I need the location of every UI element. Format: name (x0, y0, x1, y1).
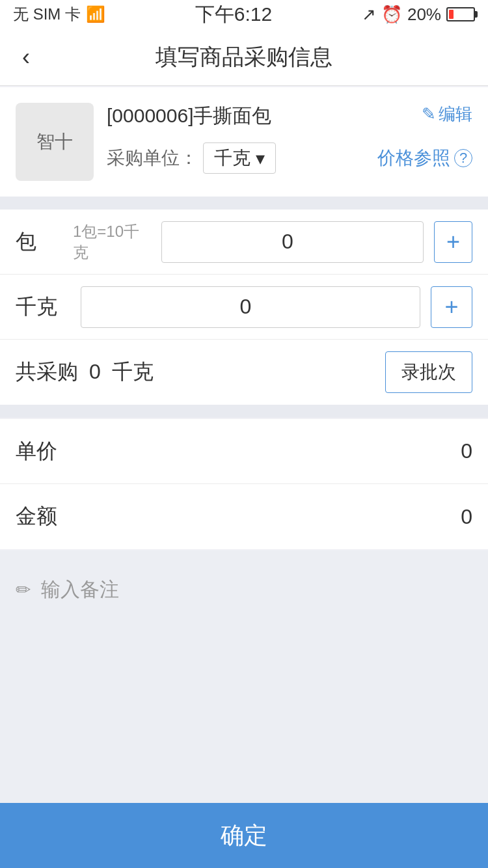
amount-value: 0 (461, 505, 472, 529)
amount-label: 金额 (16, 502, 57, 531)
kg-input-row: 千克 + (0, 275, 488, 340)
unit-price-value: 0 (461, 439, 472, 463)
wifi-icon: 📶 (86, 5, 105, 23)
price-reference-button[interactable]: 价格参照 ? (377, 146, 472, 170)
bao-label: 包 (16, 228, 68, 256)
edit-icon: ✎ (422, 104, 436, 124)
product-image: 智十 (16, 103, 94, 181)
empty-space (0, 629, 488, 824)
bao-sublabel: 1包=10千克 (73, 221, 148, 263)
alarm-icon: ⏰ (381, 5, 402, 25)
kg-input[interactable] (81, 286, 420, 328)
nav-bar: ‹ 填写商品采购信息 (0, 29, 488, 86)
batch-button[interactable]: 录批次 (385, 351, 472, 393)
battery-percent: 20% (407, 5, 441, 25)
pencil-icon: ✏ (16, 579, 31, 601)
unit-label: 采购单位： (107, 146, 198, 170)
kg-label: 千克 (16, 293, 68, 321)
summary-quantity: 0 (89, 360, 101, 383)
status-left: 无 SIM 卡 📶 (13, 4, 105, 25)
status-right: ↗ ⏰ 20% (362, 5, 475, 25)
unit-select[interactable]: 千克 ▾ (203, 142, 276, 174)
remark-section[interactable]: ✏ 输入备注 (0, 550, 488, 629)
amount-row: 金额 0 (0, 484, 488, 549)
page-title: 填写商品采购信息 (156, 42, 332, 72)
dropdown-icon: ▾ (256, 148, 265, 169)
product-name: [0000006]手撕面包 (107, 103, 422, 129)
remark-placeholder: 输入备注 (41, 576, 119, 603)
product-info: [0000006]手撕面包 ✎ 编辑 采购单位： 千克 ▾ 价格参照 ? (107, 103, 472, 174)
summary-row: 共采购 0 千克 录批次 (0, 340, 488, 405)
confirm-button[interactable]: 确定 (0, 803, 488, 868)
bao-input-row: 包 1包=10千克 + (0, 210, 488, 275)
product-card: 智十 [0000006]手撕面包 ✎ 编辑 采购单位： 千克 ▾ 价格参照 ? (0, 87, 488, 197)
product-unit-row: 采购单位： 千克 ▾ 价格参照 ? (107, 142, 472, 174)
kg-plus-button[interactable]: + (431, 286, 472, 328)
divider-2 (0, 405, 488, 418)
status-bar: 无 SIM 卡 📶 下午6:12 ↗ ⏰ 20% (0, 0, 488, 29)
status-time: 下午6:12 (195, 1, 272, 28)
unit-price-label: 单价 (16, 437, 57, 466)
price-ref-help-icon: ? (454, 149, 472, 167)
back-button[interactable]: ‹ (16, 37, 36, 77)
product-header: [0000006]手撕面包 ✎ 编辑 (107, 103, 472, 129)
divider-1 (0, 197, 488, 210)
unit-price-row: 单价 0 (0, 419, 488, 484)
info-section: 单价 0 金额 0 (0, 419, 488, 549)
bao-input[interactable] (161, 221, 424, 263)
summary-text: 共采购 0 千克 (16, 358, 154, 387)
battery-icon (446, 7, 475, 21)
sim-text: 无 SIM 卡 (13, 4, 81, 25)
edit-button[interactable]: ✎ 编辑 (422, 103, 472, 126)
input-section: 包 1包=10千克 + 千克 + (0, 210, 488, 340)
bao-plus-button[interactable]: + (434, 221, 472, 263)
location-icon: ↗ (362, 5, 376, 25)
